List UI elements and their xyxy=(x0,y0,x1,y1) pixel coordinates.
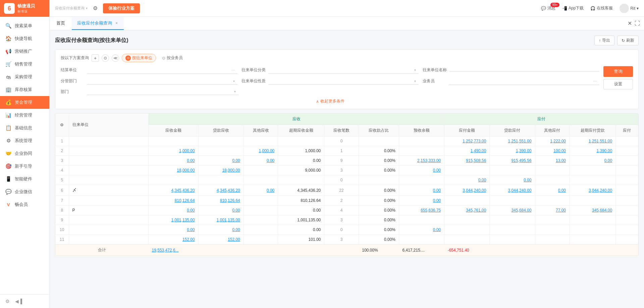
cell-link[interactable]: 77.00 xyxy=(556,208,566,213)
table-cell[interactable]: 2,153,333.00 xyxy=(399,156,444,166)
tab-home[interactable]: 首页 xyxy=(50,17,72,30)
table-cell[interactable] xyxy=(244,225,278,235)
online-service-button[interactable]: 🎧 在线客服 xyxy=(590,5,613,11)
table-cell[interactable]: 0.00 xyxy=(149,206,199,215)
sidebar-item-hardware[interactable]: 📱 智能硬件 xyxy=(0,173,49,185)
table-cell[interactable]: 345,684.00 xyxy=(490,206,535,215)
dept-manager-input[interactable]: ▾ xyxy=(87,78,237,85)
table-cell[interactable]: 1,000.00 xyxy=(244,146,278,156)
cell-link[interactable]: 810,126.64 xyxy=(175,198,195,203)
scheme-tag-partner[interactable]: ⊙ 按往来单位 xyxy=(122,54,156,62)
salesperson-input[interactable]: ··· xyxy=(449,77,599,85)
sidebar-item-sales[interactable]: 🛒 销售管理 xyxy=(0,58,49,71)
tab-close-window-icon[interactable]: ✕ xyxy=(628,20,632,27)
sidebar-item-quicknav[interactable]: 🏠 快捷导航 xyxy=(0,32,49,45)
cell-link[interactable]: 0.00 xyxy=(558,188,566,193)
table-cell[interactable] xyxy=(244,235,278,245)
table-cell[interactable] xyxy=(149,136,199,146)
table-cell[interactable]: 0.00 xyxy=(198,156,244,166)
table-cell[interactable] xyxy=(570,196,616,206)
cell-link[interactable]: 152.00 xyxy=(228,237,240,242)
table-cell[interactable]: 0.00 xyxy=(399,185,444,196)
table-cell[interactable] xyxy=(444,235,490,245)
cell-link[interactable]: 0.00 xyxy=(267,188,274,193)
table-cell[interactable] xyxy=(535,166,569,175)
table-cell[interactable] xyxy=(244,196,278,206)
table-cell[interactable] xyxy=(149,175,199,185)
tab-fullscreen-icon[interactable]: ⛶ xyxy=(635,20,640,27)
table-cell[interactable]: 1,252,773.00 xyxy=(444,136,490,146)
cell-link[interactable]: 1,390.00 xyxy=(516,148,532,153)
footer-receivable-amount[interactable]: 19,553,472,6... xyxy=(149,245,199,256)
cell-link[interactable]: 0.00 xyxy=(232,158,240,163)
table-cell[interactable]: 1,000.00 xyxy=(149,146,199,156)
table-cell[interactable] xyxy=(570,166,616,175)
cell-link[interactable]: 0.00 xyxy=(604,158,612,163)
cell-link[interactable]: 1,251,551.00 xyxy=(508,139,532,143)
table-cell[interactable]: 0.00 xyxy=(399,225,444,235)
table-cell[interactable]: 1,390.00 xyxy=(570,146,616,156)
sidebar-item-marketing[interactable]: 📢 营销推广 xyxy=(0,45,49,58)
table-cell[interactable]: 3,044,240.00 xyxy=(490,185,535,196)
topbar-gear-icon[interactable]: ⚙ xyxy=(92,4,99,13)
cell-link[interactable]: 152.00 xyxy=(182,237,195,242)
table-cell[interactable] xyxy=(570,175,616,185)
cell-link[interactable]: 0.00 xyxy=(524,178,531,182)
table-cell[interactable]: 0.00 xyxy=(198,206,244,215)
department-input[interactable]: ▾ xyxy=(87,88,238,95)
cell-link[interactable]: 1,222.00 xyxy=(550,139,566,143)
table-cell[interactable]: 0.00 xyxy=(444,175,490,185)
message-button[interactable]: 💬 消息 99+ xyxy=(541,5,555,11)
promo-button[interactable]: 体验行业方案 xyxy=(103,3,140,13)
table-cell[interactable] xyxy=(535,175,569,185)
table-cell[interactable]: 1,251,551.00 xyxy=(490,136,535,146)
table-cell[interactable]: 1,251,551.00 xyxy=(570,136,616,146)
table-cell[interactable]: 1,390.00 xyxy=(490,146,535,156)
table-cell[interactable]: 0.00 xyxy=(399,166,444,175)
cell-link[interactable]: 0.00 xyxy=(187,208,195,213)
table-cell[interactable]: 0.00 xyxy=(399,196,444,206)
partner-category-input[interactable]: ▾ xyxy=(268,67,418,74)
table-cell[interactable] xyxy=(399,175,444,185)
table-scroll-container[interactable]: ⚙ 往来单位 应收 应付 应收金额 贷款应收 其他应收 超期应收金额 xyxy=(55,114,638,256)
cell-link[interactable]: 0.00 xyxy=(433,198,441,203)
table-cell[interactable] xyxy=(535,215,569,225)
table-cell[interactable]: 0.00 xyxy=(149,156,199,166)
table-cell[interactable]: 0.00 xyxy=(244,185,278,196)
col-settings-header[interactable]: ⚙ xyxy=(55,114,69,136)
table-settings-icon[interactable]: ⚙ xyxy=(60,123,64,127)
sidebar-item-operations[interactable]: 📊 经营管理 xyxy=(0,109,49,122)
partner-name-input[interactable] xyxy=(449,69,599,72)
table-cell[interactable] xyxy=(490,196,535,206)
cell-link[interactable]: 915,508.56 xyxy=(466,158,486,163)
sidebar-item-guide[interactable]: 🎯 新手引导 xyxy=(0,160,49,173)
search-add-button[interactable]: + xyxy=(92,54,99,62)
cell-link[interactable]: 1,251,551.00 xyxy=(589,139,612,143)
table-cell[interactable] xyxy=(535,235,569,245)
table-cell[interactable]: 3,044,240.00 xyxy=(444,185,490,196)
cell-link[interactable]: 18,000.00 xyxy=(177,168,195,173)
tab-active[interactable]: 应收应付余额查询 × xyxy=(72,17,124,30)
table-cell[interactable]: 0.00 xyxy=(490,175,535,185)
cell-link[interactable]: 3,044,240.00 xyxy=(463,188,486,193)
cell-link[interactable]: 0.00 xyxy=(478,178,486,182)
table-cell[interactable]: 13.00 xyxy=(535,156,569,166)
table-cell[interactable] xyxy=(444,225,490,235)
cell-link[interactable]: 4,345,436.20 xyxy=(171,188,195,193)
cell-link[interactable]: 810,126.64 xyxy=(220,198,240,203)
cell-link[interactable]: 0.00 xyxy=(267,158,274,163)
cell-link[interactable]: 0.00 xyxy=(187,227,195,232)
cell-link[interactable]: 2,153,333.00 xyxy=(417,158,441,163)
table-cell[interactable] xyxy=(198,175,244,185)
export-button[interactable]: ↑ 导出 xyxy=(594,36,614,45)
table-cell[interactable] xyxy=(444,215,490,225)
table-cell[interactable] xyxy=(399,146,444,156)
cell-link[interactable]: 13.00 xyxy=(556,158,566,163)
table-cell[interactable] xyxy=(490,215,535,225)
scheme-tag-salesperson[interactable]: ⊙ 按业务员 xyxy=(159,54,186,62)
cell-link[interactable]: 18,000.00 xyxy=(222,168,240,173)
table-cell[interactable]: 100.00 xyxy=(535,146,569,156)
table-cell[interactable]: 152.00 xyxy=(149,235,199,245)
cell-link[interactable]: 0.00 xyxy=(433,188,441,193)
cell-link[interactable]: 345,684.00 xyxy=(512,208,532,213)
